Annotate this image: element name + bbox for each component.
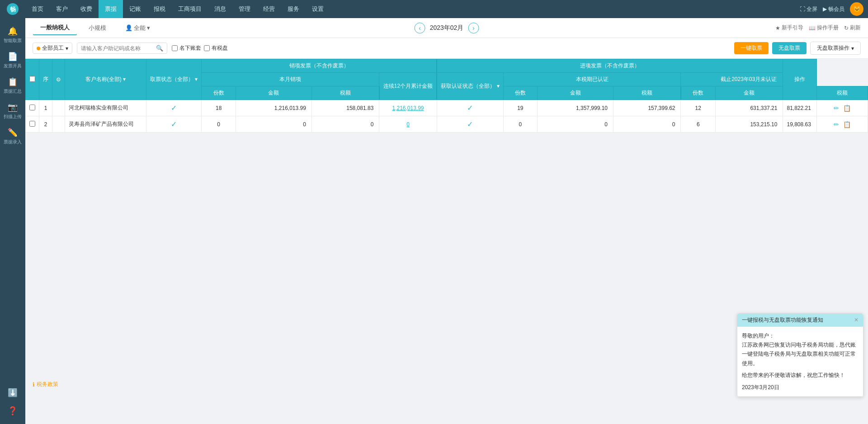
td-cert-status-1: ✓ bbox=[437, 100, 503, 116]
download-icon: ⬇️ bbox=[8, 388, 18, 398]
next-month-btn[interactable]: › bbox=[468, 23, 479, 33]
dropdown-icon: ▾ bbox=[147, 24, 150, 31]
row2-checkbox[interactable] bbox=[29, 121, 35, 127]
search-button[interactable]: 🔍 bbox=[152, 43, 167, 53]
th-monthly-sales: 本月销项 bbox=[202, 73, 379, 86]
th-cancel-status[interactable]: 取票状态（全部） ▾ bbox=[146, 59, 202, 100]
table-row: 1 河北柯瑞格实业有限公司 ✓ 18 1,216,013.99 158,081.… bbox=[26, 100, 868, 116]
nav-operation[interactable]: 经营 bbox=[257, 0, 281, 18]
help-icon: ❓ bbox=[8, 406, 18, 416]
nav-settings[interactable]: 设置 bbox=[306, 0, 330, 18]
checkbox-group: 名下账套 有税盘 bbox=[172, 44, 228, 52]
tab-small-scale[interactable]: 小规模 bbox=[81, 21, 114, 35]
nav-message[interactable]: 消息 bbox=[208, 0, 232, 18]
sidebar-item-smart-ticket[interactable]: 🔔 智能取票 bbox=[1, 23, 24, 47]
nav-tax[interactable]: 报税 bbox=[147, 0, 172, 18]
notification-header: 一键报税与无盘取票功能恢复通知 ✕ bbox=[737, 314, 863, 327]
employee-select[interactable]: 全部员工 ▾ bbox=[33, 43, 72, 54]
cancel-status-icon-1: ✓ bbox=[171, 104, 177, 112]
no-disk-ops-btn[interactable]: 无盘取票操作 ▾ bbox=[810, 42, 861, 55]
nav-home[interactable]: 首页 bbox=[25, 0, 50, 18]
tax-disk-checkbox-label[interactable]: 有税盘 bbox=[204, 44, 228, 52]
td-customer-1: 河北柯瑞格实业有限公司 bbox=[65, 100, 146, 116]
scan-upload-icon: 📷 bbox=[8, 102, 18, 112]
sidebar-item-scan-upload[interactable]: 📷 扫描上传 bbox=[1, 99, 24, 123]
sidebar-item-label-invoice-open: 发票开具 bbox=[4, 63, 22, 69]
td-copies-s-2: 0 bbox=[202, 116, 236, 133]
tab-general-taxpayer[interactable]: 一般纳税人 bbox=[33, 20, 77, 35]
sidebar-item-help[interactable]: ❓ bbox=[1, 402, 24, 419]
one-key-btn[interactable]: 一键取票 bbox=[734, 42, 769, 54]
sidebar-item-invoice-entry[interactable]: ✏️ 票据录入 bbox=[1, 124, 24, 148]
td-checkbox-1[interactable] bbox=[26, 100, 39, 116]
nav-service[interactable]: 服务 bbox=[281, 0, 306, 18]
td-customer-2: 灵寿县尚泽矿产品有限公司 bbox=[65, 116, 146, 133]
td-amount-p1-2: 0 bbox=[538, 116, 613, 133]
search-box: 🔍 bbox=[77, 43, 167, 54]
th-checkbox bbox=[26, 59, 39, 100]
tab-bar-wrapper: 一般纳税人 小规模 👤 全能 ▾ ‹ 2023年02月 › ★ 新手引导 📖 操… bbox=[25, 18, 868, 38]
th-copies-p1: 份数 bbox=[503, 86, 538, 100]
tab-bar-right: ★ 新手引导 📖 操作手册 ↻ 刷新 bbox=[775, 24, 861, 32]
th-sales-invoices: 销项发票（不含作废票） bbox=[202, 59, 437, 73]
td-cert-status-2: ✓ bbox=[437, 116, 503, 133]
notification-body: 尊敬的用户： 江苏政务网已恢复访问电子税务局功能，恳代账一键登陆电子税务局与无盘… bbox=[737, 327, 863, 396]
th-purchase-invoices: 进项发票（不含作废票） bbox=[437, 59, 783, 73]
tax-disk-checkbox[interactable] bbox=[204, 45, 210, 51]
nav-client[interactable]: 客户 bbox=[50, 0, 74, 18]
notification-title: 一键报税与无盘取票功能恢复通知 bbox=[742, 316, 823, 324]
th-tax-p2: 税额 bbox=[816, 86, 868, 100]
table-row: 2 灵寿县尚泽矿产品有限公司 ✓ 0 0 0 0 ✓ 0 0 0 6 153,2… bbox=[26, 116, 868, 133]
notification-panel: 一键报税与无盘取票功能恢复通知 ✕ 尊敬的用户： 江苏政务网已恢复访问电子税务局… bbox=[737, 313, 863, 397]
fullscreen-btn[interactable]: ⛶ 全屏 bbox=[800, 5, 817, 13]
edit-icon-1[interactable]: ✏ bbox=[834, 105, 839, 112]
sidebar-item-label-smart-ticket: 智能取票 bbox=[4, 38, 22, 43]
sidebar-item-invoice-open[interactable]: 📄 发票开具 bbox=[1, 48, 24, 72]
tab-all[interactable]: 👤 全能 ▾ bbox=[118, 21, 158, 35]
sidebar-item-download[interactable]: ⬇️ bbox=[1, 384, 24, 401]
th-cert-status[interactable]: 获取认证状态（全部） ▾ bbox=[437, 73, 503, 100]
td-copies-p1-1: 19 bbox=[503, 100, 538, 116]
nav-bookkeep[interactable]: 记账 bbox=[123, 0, 147, 18]
select-all-checkbox[interactable] bbox=[29, 76, 35, 82]
account-checkbox-label[interactable]: 名下账套 bbox=[172, 44, 201, 52]
detail-icon-1[interactable]: 📋 bbox=[843, 105, 851, 112]
td-checkbox-2[interactable] bbox=[26, 116, 39, 133]
th-amount-p2: 金额 bbox=[716, 86, 783, 100]
nav-items: 首页 客户 收费 票据 记账 报税 工商项目 消息 管理 经营 服务 设置 bbox=[25, 0, 800, 18]
account-checkbox[interactable] bbox=[172, 45, 178, 51]
date-nav: ‹ 2023年02月 › bbox=[415, 23, 479, 33]
no-disk-btn[interactable]: 无盘取票 bbox=[772, 42, 807, 54]
row1-checkbox[interactable] bbox=[29, 105, 35, 110]
nav-billing[interactable]: 收费 bbox=[74, 0, 99, 18]
logo: 畅 bbox=[5, 1, 21, 17]
refresh-btn[interactable]: ↻ 刷新 bbox=[844, 24, 861, 32]
svg-text:畅: 畅 bbox=[10, 6, 16, 13]
new-guide-btn[interactable]: ★ 新手引导 bbox=[775, 24, 803, 32]
th-this-period-certified: 本税期已认证 bbox=[503, 73, 681, 86]
td-cumulative-1[interactable]: 1,216,013.99 bbox=[379, 100, 437, 116]
td-copies-p2-2: 6 bbox=[681, 116, 716, 133]
detail-icon-2[interactable]: 📋 bbox=[843, 121, 851, 128]
td-cumulative-2[interactable]: 0 bbox=[379, 116, 437, 133]
nav-invoice[interactable]: 票据 bbox=[99, 0, 123, 18]
edit-icon-2[interactable]: ✏ bbox=[834, 121, 839, 128]
tab-nav: 一般纳税人 小规模 👤 全能 ▾ bbox=[33, 20, 775, 35]
cert-status-icon-1: ✓ bbox=[467, 104, 473, 112]
notification-close-btn[interactable]: ✕ bbox=[854, 317, 859, 323]
no-disk-ops-dropdown-icon: ▾ bbox=[851, 45, 854, 52]
prev-month-btn[interactable]: ‹ bbox=[415, 23, 425, 33]
td-tax-s-2: 0 bbox=[311, 116, 379, 133]
sidebar-item-invoice-summary[interactable]: 📋 票据汇总 bbox=[1, 73, 24, 98]
info-icon: ℹ bbox=[33, 381, 35, 388]
employee-dropdown-icon: ▾ bbox=[66, 45, 68, 52]
th-customer[interactable]: 客户名称(全部) ▾ bbox=[65, 59, 146, 100]
td-amount-s-1: 1,216,013.99 bbox=[236, 100, 311, 116]
nav-business[interactable]: 工商项目 bbox=[172, 0, 208, 18]
search-input[interactable] bbox=[77, 43, 152, 53]
avatar[interactable]: 🐱 bbox=[850, 2, 863, 16]
notification-greeting: 尊敬的用户： bbox=[742, 331, 859, 340]
manual-btn[interactable]: 📖 操作手册 bbox=[809, 24, 839, 32]
nav-manage[interactable]: 管理 bbox=[232, 0, 257, 18]
member-btn[interactable]: ▶ 畅会员 bbox=[823, 5, 844, 13]
